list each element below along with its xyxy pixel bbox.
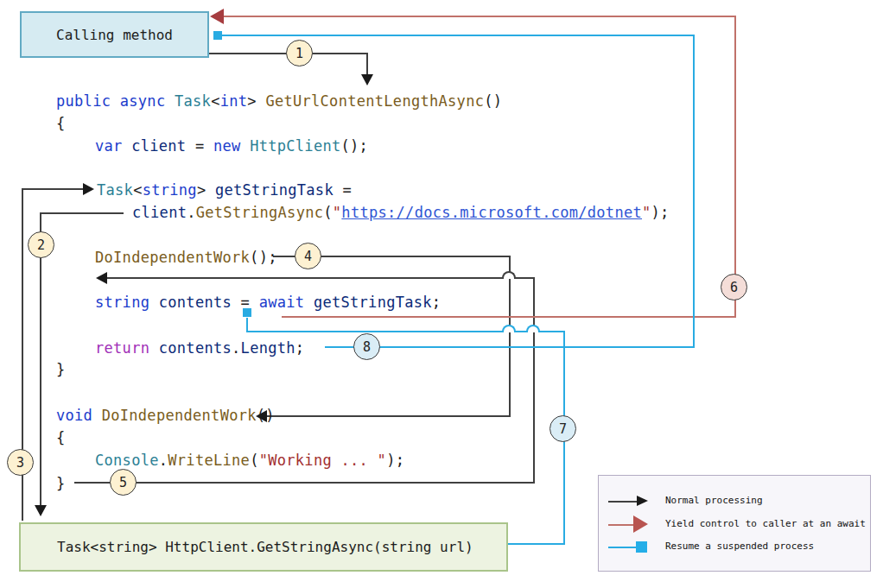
code-line: } — [56, 360, 66, 379]
code-token: contents — [159, 339, 232, 357]
flow1-arrowhead-down-icon — [361, 74, 373, 85]
step-marker-4: 4 — [295, 243, 321, 269]
legend-row-yield: Yield control to caller at an await — [599, 515, 870, 534]
code-token: ( — [250, 452, 259, 469]
code-token: ; — [295, 339, 305, 357]
flow8-resume-square-icon — [213, 31, 222, 40]
code-token: . — [187, 204, 196, 221]
code-token — [111, 92, 120, 110]
calling-method-box: Calling method — [20, 11, 209, 58]
code-token — [165, 92, 175, 110]
code-line: string contents = await getStringTask; — [95, 293, 441, 312]
code-token: ; — [432, 294, 442, 311]
flow5-arrowhead-left-icon — [96, 272, 107, 284]
legend-row-normal: Normal processing — [599, 492, 870, 511]
code-token: < — [133, 181, 143, 199]
code-token: new — [213, 137, 241, 155]
flow8-resume-line-h — [325, 346, 695, 348]
flow1-line-v — [366, 53, 368, 75]
code-token: ); — [386, 452, 404, 469]
flow7-resume-line-v2 — [246, 318, 248, 332]
code-token: HttpClient — [250, 137, 340, 155]
code-line: Console.WriteLine("Working ... "); — [95, 451, 404, 470]
calling-method-label: Calling method — [56, 27, 173, 43]
code-token: > — [197, 181, 215, 199]
code-token: . — [232, 339, 241, 357]
code-token: getStringTask — [215, 181, 334, 199]
code-line: return contents.Length; — [95, 338, 304, 357]
code-token: int — [220, 92, 248, 110]
code-token: (); — [341, 137, 369, 155]
code-token: " — [333, 204, 342, 221]
resume-square-icon — [636, 541, 647, 553]
flow4-line-h2 — [267, 415, 511, 417]
code-token: DoIndependentWork — [95, 249, 250, 266]
code-token: string — [95, 294, 149, 311]
code-token: Length — [241, 339, 295, 357]
flow5-line-v — [533, 278, 535, 484]
code-token: WriteLine — [168, 452, 250, 469]
step-marker-5: 5 — [110, 469, 137, 496]
flow6-yield-line-v — [734, 16, 736, 318]
flow7-line-hop-a — [502, 325, 516, 332]
flow3-arrowhead-right-icon — [83, 183, 94, 195]
code-token — [92, 407, 102, 424]
legend-label-resume: Resume a suspended process — [665, 541, 814, 552]
code-line: { — [56, 428, 66, 447]
code-token: " — [642, 204, 651, 221]
flow5-line-hop — [502, 271, 516, 279]
code-line: { — [56, 114, 66, 133]
flow5-line-h2 — [107, 277, 535, 279]
normal-arrow-icon — [608, 501, 638, 503]
code-token: void — [56, 407, 92, 424]
flow6-yield-line-h — [282, 316, 736, 318]
code-line: DoIndependentWork(); — [95, 248, 277, 267]
code-token: { — [56, 429, 66, 446]
async-flow-diagram: Calling method Task<string> HttpClient.G… — [0, 0, 883, 588]
code-token: Task — [175, 92, 211, 110]
flow8-resume-line-v — [693, 35, 695, 348]
flow6-yield-arrowhead-left-icon — [210, 9, 224, 24]
code-token: public — [56, 92, 111, 110]
code-token: return — [95, 339, 149, 357]
code-token: https://docs.microsoft.com/dotnet — [341, 204, 642, 221]
code-token: = — [334, 181, 352, 199]
code-token: = — [186, 137, 213, 155]
code-token: } — [56, 361, 66, 378]
code-token: () — [257, 407, 275, 424]
code-token: } — [56, 475, 66, 492]
code-token: > — [247, 92, 265, 110]
code-token: = — [232, 294, 259, 311]
code-token: DoIndependentWork — [102, 407, 257, 424]
legend-label-normal: Normal processing — [665, 495, 763, 506]
step-marker-7: 7 — [549, 415, 576, 442]
code-token: Task — [97, 181, 133, 199]
code-line: public async Task<int> GetUrlContentLeng… — [56, 92, 502, 111]
flow2-line-h — [41, 212, 124, 214]
code-token: . — [159, 452, 168, 469]
code-line: Task<string> getStringTask = — [97, 180, 352, 199]
step-marker-3: 3 — [7, 449, 34, 476]
flow4-line-v — [509, 256, 511, 417]
code-token: async — [120, 92, 166, 110]
flow3-line-h — [22, 188, 84, 190]
yield-arrow-icon — [608, 524, 634, 526]
legend-label-yield: Yield control to caller at an await — [665, 518, 866, 529]
flow7-line-hop-b — [526, 325, 540, 332]
code-line: void DoIndependentWork() — [56, 406, 275, 425]
code-token: < — [211, 92, 220, 110]
code-token: ( — [323, 204, 333, 221]
code-token: await — [259, 294, 305, 311]
step-marker-6: 6 — [721, 274, 747, 300]
flow2-arrowhead-down-icon — [35, 505, 47, 516]
legend-box: Normal processing Yield control to calle… — [598, 475, 871, 572]
normal-arrowhead-icon — [637, 496, 648, 506]
code-token: getStringTask — [314, 294, 432, 311]
flow7-resume-line-h2 — [246, 331, 565, 332]
yield-arrowhead-icon — [633, 515, 648, 533]
code-line: } — [56, 474, 66, 493]
code-token: (); — [250, 249, 277, 266]
code-token: var — [95, 137, 123, 155]
step-marker-8: 8 — [353, 333, 380, 360]
code-line: var client = new HttpClient(); — [95, 136, 368, 155]
